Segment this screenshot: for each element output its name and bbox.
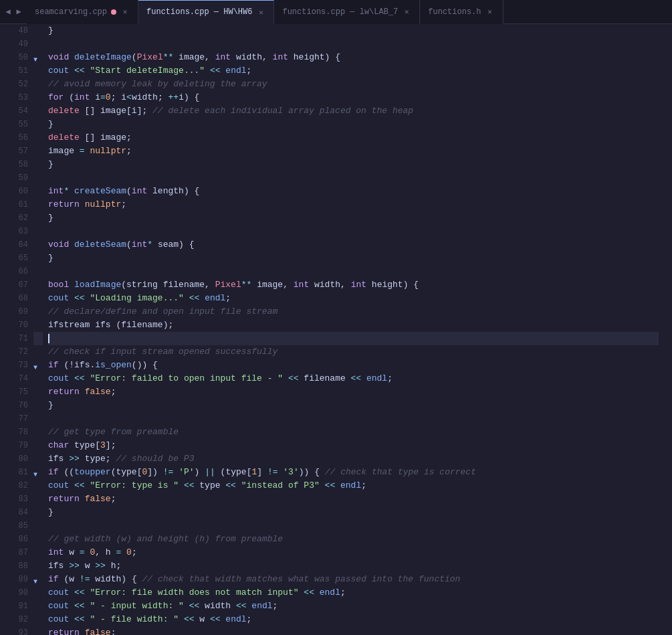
tab-close-icon[interactable]: ✕ xyxy=(402,7,411,17)
tab-label: functions.h xyxy=(428,7,481,17)
code-line-55: } xyxy=(48,118,659,131)
tab-bar: ◀ ▶ seamcarving.cpp ✕ functions.cpp — HW… xyxy=(0,0,672,24)
code-line-77 xyxy=(48,412,659,426)
code-line-87: int w = 0, h = 0; xyxy=(48,546,659,559)
code-line-93: return false; xyxy=(48,626,659,635)
tab-label: functions.cpp — lw\LAB_7 xyxy=(282,7,398,17)
code-line-50: void deleteImage(Pixel** image, int widt… xyxy=(48,51,659,64)
code-line-85 xyxy=(48,519,659,533)
editor-container: ◀ ▶ seamcarving.cpp ✕ functions.cpp — HW… xyxy=(0,0,672,635)
code-line-73: if (!ifs.is_open()) { xyxy=(48,359,659,372)
code-line-61: return nullptr; xyxy=(48,198,659,211)
tab-label: functions.cpp — HW\HW6 xyxy=(146,7,252,17)
line-numbers: 48 49 50 51 52 53 54 55 56 57 58 59 60 6… xyxy=(0,24,33,635)
code-line-59 xyxy=(48,171,659,185)
tab-label: seamcarving.cpp xyxy=(35,7,107,17)
nav-right-arrow[interactable]: ▶ xyxy=(13,3,24,21)
code-line-65: } xyxy=(48,252,659,265)
code-content[interactable]: } void deleteImage(Pixel** image, int wi… xyxy=(43,24,672,635)
tab-close-icon[interactable]: ✕ xyxy=(120,7,130,17)
code-line-52: // avoid memory leak by deleting the arr… xyxy=(48,78,659,91)
tab-close-icon[interactable]: ✕ xyxy=(256,7,265,17)
code-line-69: // declare/define and open input file st… xyxy=(48,305,659,319)
code-line-83: return false; xyxy=(48,492,659,506)
code-line-60: int* createSeam(int length) { xyxy=(48,185,659,198)
code-line-67: bool loadImage(string filename, Pixel** … xyxy=(48,278,659,292)
code-line-70: ifstream ifs (filename); xyxy=(48,319,659,332)
code-line-54: delete [] image[i]; // delete each indiv… xyxy=(48,104,659,118)
code-line-48: } xyxy=(48,24,659,37)
code-line-82: cout << "Error: type is " << type << "in… xyxy=(48,479,659,492)
code-line-90: cout << "Error: file width does not matc… xyxy=(48,586,659,600)
code-line-68: cout << "Loading image..." << endl; xyxy=(48,292,659,305)
code-line-49 xyxy=(48,37,659,51)
code-line-57: image = nullptr; xyxy=(48,145,659,158)
tab-seamcarving[interactable]: seamcarving.cpp ✕ xyxy=(27,0,138,24)
code-line-62: } xyxy=(48,211,659,225)
code-line-71 xyxy=(48,332,659,345)
code-line-79: char type[3]; xyxy=(48,439,659,452)
code-line-75: return false; xyxy=(48,385,659,399)
code-line-63 xyxy=(48,225,659,238)
code-line-92: cout << " - file width: " << w << endl; xyxy=(48,613,659,626)
code-line-56: delete [] image; xyxy=(48,131,659,145)
fold-gutter: ▼ ▼ xyxy=(33,24,43,635)
code-line-58: } xyxy=(48,158,659,171)
code-line-91: cout << " - input width: " << width << e… xyxy=(48,600,659,613)
code-line-88: ifs >> w >> h; xyxy=(48,559,659,573)
code-line-53: for (int i=0; i<width; ++i) { xyxy=(48,91,659,104)
code-line-86: // get width (w) and height (h) from pre… xyxy=(48,533,659,546)
tab-modified-dot xyxy=(111,9,116,15)
code-line-64: void deleteSeam(int* seam) { xyxy=(48,238,659,252)
code-line-76: } xyxy=(48,399,659,412)
code-line-80: ifs >> type; // should be P3 xyxy=(48,452,659,466)
code-line-78: // get type from preamble xyxy=(48,426,659,439)
code-line-51: cout << "Start deleteImage..." << endl; xyxy=(48,64,659,78)
code-line-72: // check if input stream opened successf… xyxy=(48,345,659,359)
code-line-89: if (w != width) { // check that width ma… xyxy=(48,573,659,586)
tab-functions-h[interactable]: functions.h ✕ xyxy=(420,0,503,24)
code-line-84: } xyxy=(48,506,659,519)
tab-close-icon[interactable]: ✕ xyxy=(485,7,495,17)
nav-left-arrow[interactable]: ◀ xyxy=(3,3,13,21)
code-line-66 xyxy=(48,265,659,278)
tab-nav-arrows: ◀ ▶ xyxy=(3,3,24,21)
tab-functions-hw6[interactable]: functions.cpp — HW\HW6 ✕ xyxy=(138,0,274,24)
code-line-81: if ((toupper(type[0]) != 'P') || (type[1… xyxy=(48,466,659,479)
code-editor[interactable]: 48 49 50 51 52 53 54 55 56 57 58 59 60 6… xyxy=(0,24,672,635)
code-line-74: cout << "Error: failed to open input fil… xyxy=(48,372,659,385)
tab-functions-lab7[interactable]: functions.cpp — lw\LAB_7 ✕ xyxy=(274,0,420,24)
